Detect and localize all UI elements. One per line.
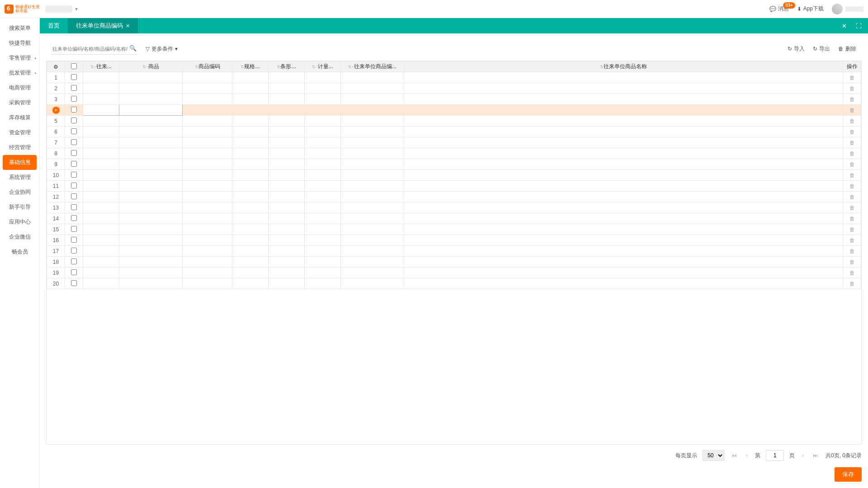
cell[interactable] [232,72,269,83]
row-delete-button[interactable]: 🗑 [849,107,855,113]
cell[interactable] [404,267,843,278]
cell[interactable] [183,170,232,181]
cell[interactable] [341,148,404,159]
cell[interactable] [119,213,183,224]
cell[interactable] [305,72,341,83]
header-partner-code[interactable]: ⇅·往来单位商品编... [341,61,404,72]
cell[interactable] [341,213,404,224]
cell[interactable] [183,235,232,246]
cell[interactable] [119,224,183,235]
cell[interactable] [83,202,119,213]
cell[interactable] [232,257,269,267]
sidebar-item-4[interactable]: 电商管理 [0,80,39,95]
cell[interactable] [269,170,305,181]
cell[interactable] [83,267,119,278]
cell[interactable] [404,170,843,181]
cell[interactable] [119,159,183,170]
select-all-checkbox[interactable] [71,63,77,69]
cell[interactable] [269,105,305,116]
cell[interactable] [404,148,843,159]
messages-button[interactable]: 💬 消息 99+ [769,5,789,13]
sidebar-item-9[interactable]: 基础信息 [3,155,37,170]
cell[interactable] [183,181,232,192]
cell[interactable] [404,181,843,192]
cell[interactable] [341,159,404,170]
cell[interactable] [404,83,843,94]
header-product-code[interactable]: ⇅商品编码 [183,61,232,72]
cell[interactable] [232,116,269,127]
row-delete-button[interactable]: 🗑 [849,85,855,92]
cell[interactable] [83,159,119,170]
table-row[interactable]: +🗑 [47,105,861,116]
row-checkbox[interactable] [71,85,77,91]
table-row[interactable]: 2🗑 [47,83,861,94]
cell[interactable] [269,127,305,137]
cell[interactable] [119,105,183,116]
import-button[interactable]: ↻导入 [788,45,805,53]
cell[interactable] [404,202,843,213]
row-checkbox[interactable] [71,150,77,156]
delete-button[interactable]: 🗑删除 [838,45,856,53]
cell[interactable] [305,170,341,181]
cell[interactable] [83,170,119,181]
page-first-button[interactable]: ⏮ [730,452,739,459]
cell[interactable] [404,72,843,83]
cell[interactable] [183,159,232,170]
cell[interactable] [119,72,183,83]
cell[interactable] [83,278,119,289]
cell[interactable] [183,116,232,127]
cell[interactable] [269,72,305,83]
table-row[interactable]: 5🗑 [47,116,861,127]
cell[interactable] [404,278,843,289]
save-button[interactable]: 保存 [835,467,862,482]
cell[interactable] [83,224,119,235]
row-checkbox[interactable] [71,161,77,167]
cell[interactable] [269,148,305,159]
cell[interactable] [183,83,232,94]
org-selector[interactable]: ▾ [45,5,78,13]
cell[interactable] [83,83,119,94]
cell[interactable] [83,127,119,137]
cell[interactable] [305,213,341,224]
row-checkbox[interactable] [71,74,77,80]
table-row[interactable]: 15🗑 [47,224,861,235]
cell[interactable] [305,246,341,257]
cell[interactable] [232,278,269,289]
cell[interactable] [269,278,305,289]
cell[interactable] [183,105,232,116]
tab-partner-product-code[interactable]: 往来单位商品编码 ✕ [68,18,138,33]
cell[interactable] [183,267,232,278]
row-checkbox[interactable] [71,226,77,232]
cell[interactable] [404,94,843,105]
row-checkbox[interactable] [71,258,77,264]
cell[interactable] [341,94,404,105]
cell[interactable] [404,127,843,137]
row-delete-button[interactable]: 🗑 [849,150,855,157]
cell[interactable] [305,235,341,246]
sidebar-item-2[interactable]: 零售管理▸ [0,51,39,66]
cell[interactable] [305,94,341,105]
row-delete-button[interactable]: 🗑 [849,129,855,135]
cell[interactable] [341,202,404,213]
cell[interactable] [341,170,404,181]
table-row[interactable]: 1🗑 [47,72,861,83]
cell[interactable] [232,94,269,105]
row-checkbox[interactable] [71,248,77,253]
page-last-button[interactable]: ⏭ [811,452,820,459]
tab-home[interactable]: 首页 [40,18,68,33]
table-row[interactable]: 3🗑 [47,94,861,105]
row-delete-button[interactable]: 🗑 [849,216,855,222]
cell[interactable] [269,83,305,94]
page-prev-button[interactable]: ‹ [744,452,750,459]
cell[interactable] [305,257,341,267]
cell[interactable] [119,202,183,213]
cell[interactable] [341,83,404,94]
table-row[interactable]: 13🗑 [47,202,861,213]
sidebar-item-11[interactable]: 企业协同 [0,185,39,200]
cell[interactable] [119,170,183,181]
row-delete-button[interactable]: 🗑 [849,237,855,244]
cell[interactable] [341,267,404,278]
row-delete-button[interactable]: 🗑 [849,259,855,265]
cell[interactable] [232,224,269,235]
cell[interactable] [183,257,232,267]
